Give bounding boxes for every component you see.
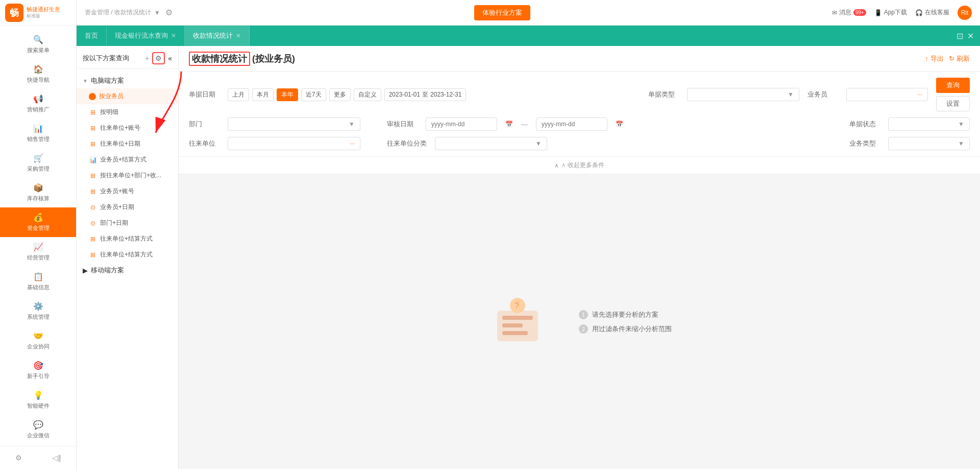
schema-item-label-sp-date: 业务员+日期 [100,203,134,212]
salesperson-select[interactable]: ··· [846,88,928,101]
cooperation-icon: 🤝 [33,331,43,341]
schema-item-label-detail: 按明细 [100,108,118,116]
settings-gear-icon[interactable]: ⚙ [165,8,173,17]
date-btn-7days[interactable]: 近7天 [301,88,326,101]
counterparty-select[interactable]: ··· [228,137,360,150]
svg-rect-3 [502,331,528,335]
dropdown-arrow-icon[interactable]: ▼ [154,9,160,16]
schema-gear-button[interactable]: ⚙ [152,52,165,64]
counterparty-category-select[interactable]: ▼ [435,137,547,150]
left-panel-header: 按以下方案查询 + ⚙ « [77,46,178,69]
docstatus-select[interactable]: ▼ [888,118,970,131]
schema-item-salesperson-settlement[interactable]: 📊 业务员+结算方式 [77,152,178,168]
date-btn-custom[interactable]: 自定义 [354,88,381,101]
export-button[interactable]: ↑ 导出 [925,54,944,63]
sidebar-item-inventory[interactable]: 📦 库存核算 [0,178,76,207]
schema-item-by-detail[interactable]: ⊞ 按明细 [77,104,178,120]
tab-collection-close-icon[interactable]: ✕ [236,32,241,39]
tip-num-2: 2 [579,324,588,334]
main-area: 资金管理 / 收款情况统计 ▼ ⚙ 体验行业方案 ✉ 消息 99+ 📱 App下… [77,0,980,469]
add-schema-button[interactable]: + [145,54,149,62]
query-button[interactable]: 查询 [936,78,970,93]
tab-collection[interactable]: 收款情况统计 ✕ [185,26,250,46]
trial-button[interactable]: 体验行业方案 [474,5,530,20]
date-range-display[interactable]: 2023-01-01 至 2023-12-31 [384,88,467,101]
date-btn-last-month[interactable]: 上月 [228,88,249,101]
user-avatar[interactable]: Rit [958,6,972,20]
collapse-bar[interactable]: ∧ ∧ 收起更多条件 [179,157,980,174]
date-btn-more[interactable]: 更多 [329,88,351,101]
date-btn-this-year[interactable]: 本年 [277,88,298,101]
schema-item-unit-settlement2[interactable]: ⊞ 往来单位+结算方式 [77,247,178,263]
date-label: 单据日期 [189,90,219,99]
tab-maximize-button[interactable]: ⊡ [957,31,963,41]
audit-to-calendar-icon[interactable]: 📅 [616,121,623,128]
schema-item-label-dept-date: 部门+日期 [100,219,128,227]
logo-icon: 畅 [5,4,23,22]
doctype-select[interactable]: ▼ [687,88,799,101]
settings-bottom-icon[interactable]: ⚙ [13,452,24,464]
breadcrumb: 资金管理 / 收款情况统计 ▼ [85,8,160,17]
schema-item-label-unit-settlement2: 往来单位+结算方式 [100,250,153,259]
tab-cashflow-close-icon[interactable]: ✕ [171,32,176,39]
sidebar-item-search[interactable]: 🔍 搜索菜单 [0,30,76,59]
audit-date-to-input[interactable] [536,118,607,131]
schema-group-mobile-header[interactable]: ▶ 移动端方案 [77,263,178,278]
sidebar-item-system[interactable]: ⚙️ 系统管理 [0,296,76,326]
message-action[interactable]: ✉ 消息 99+ [832,8,866,17]
app-download-action[interactable]: 📱 App下载 [874,8,907,17]
sidebar-item-guide[interactable]: 🎯 新手引导 [0,356,76,385]
export-icon: ↑ [925,55,929,62]
sidebar-item-hardware[interactable]: 💡 智能硬件 [0,385,76,415]
logo-area: 畅 畅捷通好生意 标准版 [0,0,76,26]
schema-item-sp-date[interactable]: ⊙ 业务员+日期 [77,199,178,215]
schema-item-unit-date[interactable]: ⊞ 往来单位+日期 [77,136,178,152]
schema-item-unit-account[interactable]: ⊞ 往来单位+账号 [77,120,178,136]
message-icon: ✉ [832,9,837,16]
date-btn-this-month[interactable]: 本月 [252,88,274,101]
schema-item-dept-date[interactable]: ⊙ 部门+日期 [77,215,178,231]
bt-arrow-icon: ▼ [958,140,964,147]
sidebar-item-basicinfo[interactable]: 📋 基础信息 [0,267,76,296]
sidebar-item-sales[interactable]: 📊 销售管理 [0,119,76,148]
left-panel-actions: + ⚙ « [145,52,172,64]
schema-group-desktop-header[interactable]: ▼ 电脑端方案 [77,73,178,88]
page-title-bar: 收款情况统计 (按业务员) ↑ 导出 ↻ 刷新 [179,46,980,72]
collapse-label: ∧ 收起更多条件 [561,161,604,170]
sidebar-item-finance[interactable]: 💰 资金管理 [0,207,76,237]
sidebar-item-quicknav[interactable]: 🏠 快捷导航 [0,59,76,89]
schema-item-unit-dept[interactable]: ⊞ 按往来单位+部门+收... [77,168,178,183]
sp-account-icon: ⊞ [89,187,97,196]
schema-item-sp-account[interactable]: ⊞ 业务员+账号 [77,183,178,199]
sidebar-item-purchase[interactable]: 🛒 采购管理 [0,148,76,178]
sidebar-label-sales: 销售管理 [27,135,50,143]
filter-row-dept: 部门 ▼ 审核日期 📅 — 📅 单据状态 [189,118,970,131]
business-type-select[interactable]: ▼ [888,137,970,150]
schema-item-label-unit-settlement1: 往来单位+结算方式 [100,235,153,243]
sidebar-item-cooperation[interactable]: 🤝 企业协同 [0,326,76,356]
sidebar-item-marketing[interactable]: 📢 营销推广 [0,89,76,119]
audit-from-calendar-icon[interactable]: 📅 [505,121,513,128]
schema-item-by-salesperson[interactable]: 按业务员 [77,88,178,104]
tab-cashflow[interactable]: 现金银行流水查询 ✕ [107,26,185,46]
sidebar-label-search: 搜索菜单 [27,46,50,54]
unit-settlement2-icon: ⊞ [89,251,97,259]
counterparty-label: 往来单位 [189,139,219,148]
tab-close-all-button[interactable]: ✕ [967,31,974,41]
sidebar-item-operations[interactable]: 📈 经营管理 [0,237,76,267]
online-service-action[interactable]: 🎧 在线客服 [915,8,949,17]
message-badge: 99+ [853,9,866,16]
dept-select[interactable]: ▼ [228,118,360,131]
audit-date-dash: — [521,121,528,128]
tip-text-1: 请先选择要分析的方案 [592,310,658,319]
refresh-button[interactable]: ↻ 刷新 [949,54,970,63]
audit-date-from-input[interactable] [426,118,497,131]
schema-item-unit-settlement1[interactable]: ⊞ 往来单位+结算方式 [77,231,178,247]
setting-button[interactable]: 设置 [936,96,970,111]
tab-home[interactable]: 首页 [77,26,107,46]
sidebar-item-wechat[interactable]: 💬 企业微信 [0,415,76,444]
collapse-panel-button[interactable]: « [168,54,172,62]
unit-dept-icon: ⊞ [89,172,97,180]
collapse-sidebar-icon[interactable]: ◁∥ [50,452,63,464]
tab-bar: 首页 现金银行流水查询 ✕ 收款情况统计 ✕ ⊡ ✕ [77,26,980,46]
